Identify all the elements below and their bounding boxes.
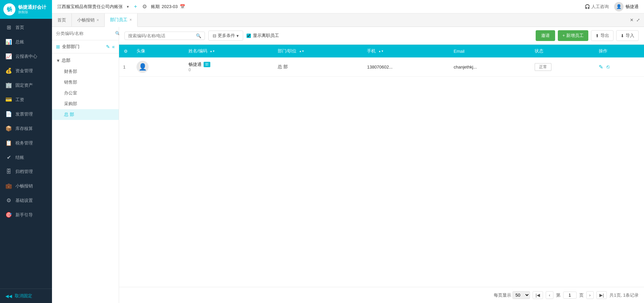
dept-collapse-icon[interactable]: « xyxy=(112,44,115,49)
sort-name-icon: ▲▼ xyxy=(210,50,215,53)
page-label: 第 xyxy=(556,292,560,298)
dept-tree-item-finance[interactable]: 财务部 xyxy=(52,66,119,77)
logout-button[interactable]: ⎋ xyxy=(606,64,610,70)
sidebar-unpin-button[interactable]: ◀◀ 取消固定 xyxy=(0,289,52,303)
row-status-cell: 正常 xyxy=(531,57,595,77)
add-employee-button[interactable]: + 新增员工 xyxy=(558,30,588,41)
row-no: 1 xyxy=(119,57,132,77)
logo-text-block: 畅捷通好会计 旗舰版 xyxy=(18,4,46,15)
inventory-icon: 📦 xyxy=(5,125,12,132)
import-icon: ⬇ xyxy=(621,33,624,38)
sidebar-logo: 畅 畅捷通好会计 旗舰版 xyxy=(0,0,52,19)
employee-toolbar: 🔍 ⊟ 更多条件 ▾ 显示离职员工 邀请 + 新增员工 ⬆ 导出 xyxy=(119,27,644,45)
funds-icon: 💰 xyxy=(5,68,12,74)
user-profile[interactable]: 👤 畅捷通 xyxy=(614,2,639,11)
sidebar-item-funds[interactable]: 💰 资金管理 xyxy=(0,63,52,78)
page-size-select: 每页显示 50 10 20 100 xyxy=(494,291,530,299)
sidebar-item-home[interactable]: ⊞ 首页 xyxy=(0,20,52,35)
all-dept-label: 全部部门 xyxy=(62,44,79,50)
last-page-button[interactable]: ▶| xyxy=(596,291,607,299)
tab-expense[interactable]: 小畅报销 × xyxy=(72,13,105,27)
sidebar-item-tax[interactable]: 📋 税务管理 xyxy=(0,136,52,150)
show-resigned-text: 显示离职员工 xyxy=(253,33,279,39)
invite-button[interactable]: 邀请 xyxy=(536,30,555,41)
expense-icon: 💼 xyxy=(5,183,12,189)
next-page-button[interactable]: › xyxy=(586,291,594,299)
export-button[interactable]: ⬆ 导出 xyxy=(591,30,613,41)
expand-icon[interactable]: ⤢ xyxy=(636,17,640,23)
employee-table: ⚙ 头像 姓名/编码 ▲▼ 部门/职位 ▲▼ xyxy=(119,45,644,77)
sidebar-item-general-ledger[interactable]: 📊 总账 xyxy=(0,35,52,49)
sort-phone-icon: ▲▼ xyxy=(378,50,384,53)
export-icon: ⬆ xyxy=(595,33,599,38)
col-settings[interactable]: ⚙ xyxy=(119,45,132,57)
dept-header-left: ⊞ 全部部门 xyxy=(56,44,79,50)
prev-page-button[interactable]: ‹ xyxy=(546,291,553,299)
logo-icon: 畅 xyxy=(3,3,15,15)
sidebar-item-archive[interactable]: 🗄 归档管理 xyxy=(0,165,52,179)
dept-tree-item-parent-head[interactable]: ▼ 总部 xyxy=(52,55,119,66)
main-content: 江西服宝精品有限责任公司内账张 ▾ ＋ ⚙ 账期 2023-03 📅 🎧 人工咨… xyxy=(52,0,644,303)
tab-employees[interactable]: 部门员工 × xyxy=(105,13,138,27)
dept-tree-item-sales[interactable]: 销售部 xyxy=(52,77,119,88)
employee-search-icon[interactable]: 🔍 xyxy=(196,33,201,38)
dept-badge: 部 xyxy=(204,62,210,67)
first-page-button[interactable]: |◀ xyxy=(533,291,543,299)
col-name[interactable]: 姓名/编码 ▲▼ xyxy=(184,45,274,57)
dept-tree: ▼ 总部 财务部 销售部 办公室 采购部 总 部 xyxy=(52,53,119,303)
tab-expense-label: 小畅报销 xyxy=(77,17,95,23)
employee-panel: 🔍 ⊟ 更多条件 ▾ 显示离职员工 邀请 + 新增员工 ⬆ 导出 xyxy=(119,27,644,303)
filter-label: 更多条件 xyxy=(218,33,235,39)
col-phone[interactable]: 手机 ▲▼ xyxy=(363,45,449,57)
page-suffix: 页 xyxy=(579,292,584,298)
add-tab-button[interactable]: ＋ xyxy=(133,3,138,10)
dept-tree-item-office[interactable]: 办公室 xyxy=(52,88,119,98)
filter-button[interactable]: ⊟ 更多条件 ▾ xyxy=(208,31,243,41)
dept-edit-icon[interactable]: ✎ xyxy=(106,44,110,49)
dept-tree-item-general[interactable]: 总 部 xyxy=(52,109,119,120)
sidebar-item-settings[interactable]: ⚙ 基础设置 xyxy=(0,193,52,208)
support-button[interactable]: 🎧 人工咨询 xyxy=(585,4,609,10)
toolbar-right: 邀请 + 新增员工 ⬆ 导出 ⬇ 导入 xyxy=(536,30,639,41)
close-tab-icon[interactable]: ✕ xyxy=(630,17,634,23)
checkout-icon: ✔ xyxy=(5,154,12,161)
tab-expense-close[interactable]: × xyxy=(97,18,99,23)
dept-parent-label: 总部 xyxy=(62,57,70,63)
sidebar-item-inventory[interactable]: 📦 库存核算 xyxy=(0,121,52,136)
col-dept[interactable]: 部门/职位 ▲▼ xyxy=(274,45,363,57)
page-input[interactable] xyxy=(563,292,577,299)
dept-tree-item-purchasing[interactable]: 采购部 xyxy=(52,98,119,109)
import-button[interactable]: ⬇ 导入 xyxy=(616,30,639,41)
dept-search-input[interactable] xyxy=(56,31,112,36)
row-email-cell: chanjethkj... xyxy=(449,57,530,77)
topbar-settings-icon[interactable]: ⚙ xyxy=(142,3,147,10)
sidebar-item-fixed-assets[interactable]: 🏢 固定资产 xyxy=(0,78,52,92)
show-resigned-checkbox[interactable] xyxy=(247,34,251,38)
employee-search-box: 🔍 xyxy=(124,32,205,40)
edit-button[interactable]: ✎ xyxy=(599,64,603,70)
avatar: 👤 xyxy=(614,2,624,11)
archive-icon: 🗄 xyxy=(5,169,12,175)
show-resigned-label[interactable]: 显示离职员工 xyxy=(247,33,279,39)
company-dropdown[interactable]: ▾ xyxy=(127,4,129,9)
sidebar-item-checkout[interactable]: ✔ 结账 xyxy=(0,150,52,165)
tab-home[interactable]: 首页 xyxy=(52,13,72,27)
tab-employees-close[interactable]: × xyxy=(129,17,132,22)
name-badge: 畅捷通 部 xyxy=(189,61,270,68)
sidebar-item-salary[interactable]: 💳 工资 xyxy=(0,92,52,107)
calendar-icon[interactable]: 📅 xyxy=(180,4,185,9)
sidebar-item-reports[interactable]: 📈 云报表中心 xyxy=(0,49,52,63)
col-email: Email xyxy=(449,45,530,57)
employee-email: chanjethkj... xyxy=(453,64,477,70)
sidebar-item-guide[interactable]: 🎯 新手引导 xyxy=(0,208,52,222)
dept-header: ⊞ 全部部门 ✎ « xyxy=(52,40,119,53)
employee-table-container: ⚙ 头像 姓名/编码 ▲▼ 部门/职位 ▲▼ xyxy=(119,45,644,287)
pagination: 每页显示 50 10 20 100 |◀ ‹ 第 页 › ▶| 共1页, 1条记… xyxy=(119,287,644,303)
page-size-dropdown[interactable]: 50 10 20 100 xyxy=(513,291,530,299)
sidebar-item-invoice[interactable]: 📄 发票管理 xyxy=(0,107,52,121)
dept-grid-icon: ⊞ xyxy=(56,44,60,49)
sidebar-item-expense[interactable]: 💼 小畅报销 xyxy=(0,179,52,193)
home-icon: ⊞ xyxy=(5,24,12,31)
employee-search-input[interactable] xyxy=(128,33,194,38)
row-avatar-cell: 👤 xyxy=(132,57,184,77)
